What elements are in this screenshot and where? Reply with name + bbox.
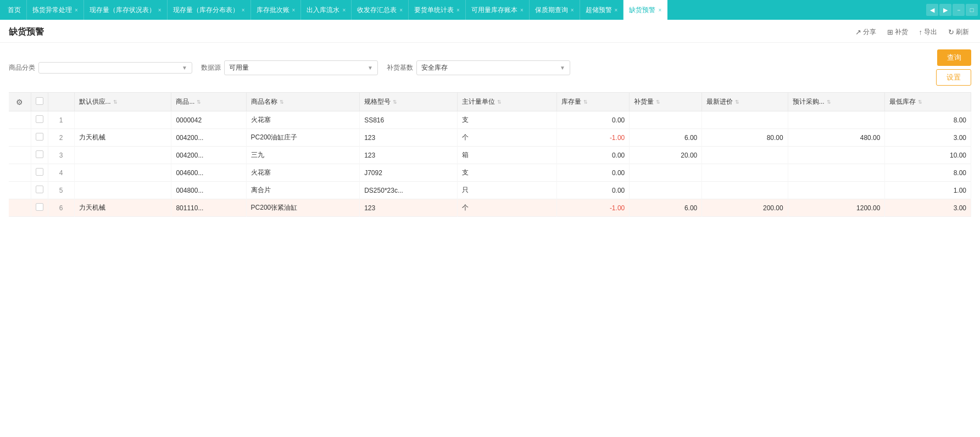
tab-batch-account[interactable]: 库存批次账 × [251,0,302,20]
tab-requisition[interactable]: 要货单统计表 × [409,0,466,20]
replenish-basis-group: 补货基数 安全库存 ▼ [387,60,570,75]
query-button[interactable]: 查询 [937,49,971,66]
row-checkbox-5[interactable] [36,203,43,211]
th-replenish-qty[interactable]: 补货量 ⇅ [630,93,702,111]
window-maximize-button[interactable]: □ [966,4,978,16]
cell-stock-2: 0.00 [557,147,630,164]
cell-unit-3: 支 [458,164,557,182]
window-minimize-button[interactable]: － [953,4,965,16]
tab-close-available-ledger[interactable]: × [520,7,524,13]
table-row[interactable]: 5 004800... 离合片 DS250*23c... 只 0.00 1.00 [9,182,971,199]
cell-name-1: PC200油缸庄子 [246,129,360,147]
tab-close-inout-flow[interactable]: × [342,7,346,13]
tab-expiry[interactable]: 保质期查询 × [530,0,580,20]
export-button[interactable]: ↑ 导出 [917,26,940,38]
cell-est-2 [788,147,885,164]
sort-stock-qty-icon: ⇅ [583,99,588,105]
category-select[interactable]: ▼ [38,62,192,74]
tab-home[interactable]: 首页 [2,0,27,20]
th-min-stock[interactable]: 最低库存 ⇅ [885,93,971,111]
replenish-basis-label: 补货基数 [387,63,413,72]
refresh-button[interactable]: ↻ 刷新 [946,26,971,38]
cell-replenish-3 [630,164,702,182]
th-default-supplier[interactable]: 默认供应... ⇅ [74,93,171,111]
cell-minstock-5: 3.00 [885,199,971,217]
tab-close-stock-exception[interactable]: × [75,7,78,13]
refresh-icon: ↻ [948,28,954,36]
cell-checkbox-3[interactable] [31,164,48,182]
cell-minstock-2: 10.00 [885,147,971,164]
th-product-code[interactable]: 商品... ⇅ [171,93,246,111]
tab-shortage[interactable]: 缺货预警 × [623,0,667,20]
th-spec[interactable]: 规格型号 ⇅ [360,93,458,111]
tab-close-requisition[interactable]: × [456,7,460,13]
cell-spec-1: 123 [360,129,458,147]
datasource-select[interactable]: 可用量 ▼ [224,60,378,75]
tab-inout-flow[interactable]: 出入库流水 × [301,0,352,20]
cell-price-1: 80.00 [702,129,788,147]
row-checkbox-1[interactable] [36,133,43,141]
cell-checkbox-2[interactable] [31,147,48,164]
tab-close-overstock[interactable]: × [615,7,618,13]
cell-checkbox-4[interactable] [31,182,48,199]
datasource-select-value: 可用量 [229,63,249,72]
cell-seq-2: 3 [48,147,74,164]
tab-bar: 首页 拣货异常处理 × 现存量（库存状况表） × 现存量（库存分布表） × 库存… [0,0,980,20]
table-body: 1 0000042 火花塞 SS816 支 0.00 8.00 2 力天机械 0… [9,111,971,217]
row-checkbox-0[interactable] [36,115,43,123]
tab-close-batch-account[interactable]: × [292,7,296,13]
cell-supplier-5: 力天机械 [74,199,171,217]
tab-available-ledger[interactable]: 可用量库存账本 × [466,0,530,20]
tab-close-shortage[interactable]: × [658,7,661,13]
share-button[interactable]: ↗ 分享 [853,26,878,38]
tab-stock-exception[interactable]: 拣货异常处理 × [27,0,84,20]
tab-close-expiry[interactable]: × [571,7,574,13]
shortage-table: ⚙ 默认供应... ⇅ 商品... [9,92,971,217]
cell-supplier-2 [74,147,171,164]
tab-prev-button[interactable]: ◀ [926,4,938,16]
th-latest-price[interactable]: 最新进价 ⇅ [702,93,788,111]
table-row[interactable]: 4 004600... 火花塞 J7092 支 0.00 8.00 [9,164,971,182]
replenish-basis-select[interactable]: 安全库存 ▼ [416,60,570,75]
cell-seq-1: 2 [48,129,74,147]
tab-overstock[interactable]: 超储预警 × [580,0,624,20]
cell-seq-4: 5 [48,182,74,199]
sort-unit-icon: ⇅ [497,99,502,105]
replenish-button[interactable]: ⊞ 补货 [885,26,910,38]
sort-latest-price-icon: ⇅ [735,99,739,105]
th-stock-qty[interactable]: 库存量 ⇅ [557,93,630,111]
tab-close-inventory-dist[interactable]: × [242,7,245,13]
table-row[interactable]: 6 力天机械 801110... PC200张紧油缸 123 个 -1.00 6… [9,199,971,217]
row-checkbox-4[interactable] [36,186,43,193]
table-row[interactable]: 3 004200... 三九 123 箱 0.00 20.00 10.00 [9,147,971,164]
cell-checkbox-0[interactable] [31,111,48,129]
cell-replenish-1: 6.00 [630,129,702,147]
th-product-name[interactable]: 商品名称 ⇅ [246,93,360,111]
tab-inventory-dist[interactable]: 现存量（库存分布表） × [168,0,251,20]
column-settings-icon[interactable]: ⚙ [16,98,23,107]
tab-recv-send[interactable]: 收发存汇总表 × [352,0,409,20]
tab-close-inventory-status[interactable]: × [158,7,162,13]
settings-button[interactable]: 设置 [936,69,971,86]
table-row[interactable]: 1 0000042 火花塞 SS816 支 0.00 8.00 [9,111,971,129]
th-gear[interactable]: ⚙ [9,93,31,111]
cell-code-4: 004800... [171,182,246,199]
th-est-purchase[interactable]: 预计采购... ⇅ [788,93,885,111]
page-header: 缺货预警 ↗ 分享 ⊞ 补货 ↑ 导出 ↻ 刷新 [0,20,980,43]
cell-checkbox-1[interactable] [31,129,48,147]
row-checkbox-2[interactable] [36,150,43,158]
table-row[interactable]: 2 力天机械 004200... PC200油缸庄子 123 个 -1.00 6… [9,129,971,147]
th-checkbox[interactable] [31,93,48,111]
row-checkbox-3[interactable] [36,168,43,176]
tab-next-button[interactable]: ▶ [939,4,951,16]
table-header-row: ⚙ 默认供应... ⇅ 商品... [9,93,971,111]
cell-stock-1: -1.00 [557,129,630,147]
cell-unit-5: 个 [458,199,557,217]
cell-checkbox-5[interactable] [31,199,48,217]
tab-inventory-status[interactable]: 现存量（库存状况表） × [84,0,168,20]
select-all-checkbox[interactable] [36,97,43,105]
th-unit[interactable]: 主计量单位 ⇅ [458,93,557,111]
tab-close-recv-send[interactable]: × [399,7,403,13]
cell-gear-2 [9,147,31,164]
category-label: 商品分类 [9,63,35,72]
